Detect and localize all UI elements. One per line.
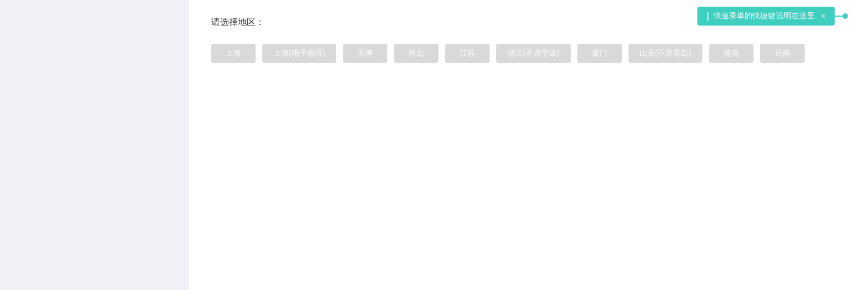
tooltip-close-button[interactable]: ×: [821, 12, 826, 21]
region-button-tianjin[interactable]: 天津: [343, 44, 387, 63]
region-button-hainan[interactable]: 海南: [709, 44, 754, 63]
region-button-jiangsu[interactable]: 江苏: [445, 44, 490, 63]
region-button-hebei[interactable]: 河北: [394, 44, 438, 63]
tooltip-banner: 快速录单的快捷键说明在这里 ×: [697, 7, 835, 26]
region-button-shanghai-e[interactable]: 上海(电子税局): [262, 44, 336, 63]
region-button-shanghai[interactable]: 上海: [211, 44, 256, 63]
tooltip-dot-indicator: [842, 13, 848, 19]
main-content: 请选择地区： 上海上海(电子税局)天津河北江苏浙江(不含宁波)厦门山东(不含青岛…: [189, 0, 868, 290]
tooltip-text: 快速录单的快捷键说明在这里: [714, 11, 815, 21]
region-button-yunnan[interactable]: 云南: [760, 44, 805, 63]
region-buttons: 上海上海(电子税局)天津河北江苏浙江(不含宁波)厦门山东(不含青岛)海南云南: [211, 44, 846, 63]
region-button-shandong[interactable]: 山东(不含青岛): [628, 44, 702, 63]
region-button-xiamen[interactable]: 厦门: [577, 44, 622, 63]
left-sidebar: [0, 0, 189, 290]
region-button-zhejiang[interactable]: 浙江(不含宁波): [496, 44, 570, 63]
